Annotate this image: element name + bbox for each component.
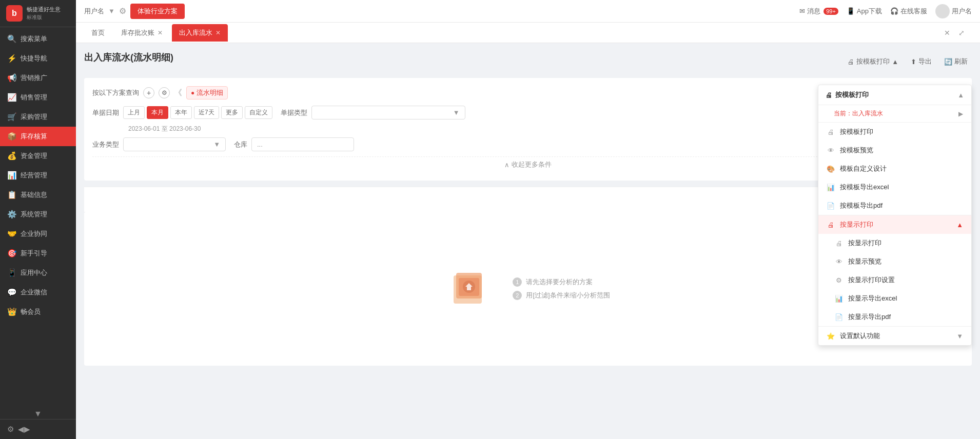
dd-template-excel-label: 按模板导出excel — [840, 183, 889, 192]
online-service-label: 在线客服 — [900, 7, 927, 16]
topbar-right: ✉ 消息 99+ 📱 App下载 🎧 在线客服 用户名 — [799, 4, 972, 18]
dd-template-print[interactable]: 🖨按模板打印 — [818, 123, 971, 141]
display-username: 用户名 — [952, 7, 972, 16]
sidebar-item-wechat[interactable]: 💬企业微信 — [0, 283, 76, 302]
dd-display-print-sub-icon: 🖨 — [835, 239, 843, 247]
app-download-btn[interactable]: 📱 App下载 — [847, 7, 882, 16]
dd-set-default-item[interactable]: ⭐设置默认功能▼ — [827, 331, 963, 341]
dd-display-print-header[interactable]: 🖨 按显示打印 ▲ — [818, 215, 971, 234]
dd-display-settings[interactable]: ⚙按显示打印设置 — [818, 271, 971, 289]
tab-flow-close[interactable]: ✕ — [215, 29, 221, 36]
empty-tips: 1 请先选择要分析的方案 2 用[过滤]条件来缩小分析范围 — [513, 277, 610, 300]
collab-icon: 🤝 — [7, 229, 16, 238]
app-center-icon: 📱 — [7, 268, 16, 277]
dd-template-excel[interactable]: 📊按模板导出excel — [818, 178, 971, 196]
refresh-btn[interactable]: 🔄 刷新 — [940, 55, 972, 68]
print-dropdown-arrow: ▲ — [892, 58, 898, 66]
dd-display-preview-icon: 👁 — [835, 257, 843, 266]
filter-warehouse-select[interactable]: ... — [251, 137, 354, 151]
date-btn-this-month[interactable]: 本月 — [147, 106, 168, 119]
sidebar-label-collab: 企业协同 — [21, 229, 47, 238]
tab-flow[interactable]: 出入库流水 ✕ — [172, 24, 228, 42]
display-print-section: 🖨 按显示打印 ▲ 🖨按显示打印 👁按显示预览 ⚙按显示打印设置 📊按显示导出e… — [818, 215, 971, 327]
app-version: 标准版 — [27, 14, 61, 21]
topbar-gear-icon[interactable]: ⚙ — [119, 6, 126, 16]
dd-display-preview-label: 按显示预览 — [848, 257, 881, 266]
sidebar-item-member[interactable]: 👑畅会员 — [0, 302, 76, 322]
message-label: 消息 — [807, 7, 820, 16]
sidebar-item-finance[interactable]: 💰资金管理 — [0, 146, 76, 166]
date-btn-more[interactable]: 更多 — [221, 106, 243, 119]
date-btn-this-year[interactable]: 本年 — [170, 106, 192, 119]
main-area: 用户名 ▼ ⚙ 体验行业方案 ✉ 消息 99+ 📱 App下载 🎧 在线客服 用… — [76, 0, 980, 439]
sidebar-item-marketing[interactable]: 📢营销推广 — [0, 68, 76, 88]
marketing-icon: 📢 — [7, 73, 16, 83]
refresh-icon: 🔄 — [944, 58, 952, 66]
dd-display-excel[interactable]: 📊按显示导出excel — [818, 289, 971, 308]
dd-display-pdf[interactable]: 📄按显示导出pdf — [818, 308, 971, 326]
dd-display-section-arrow: ▲ — [956, 221, 963, 229]
filter-business-label: 业务类型 — [92, 140, 119, 149]
sidebar-item-basic[interactable]: 📋基础信息 — [0, 185, 76, 205]
sidebar-item-sales[interactable]: 📈销售管理 — [0, 88, 76, 107]
topbar-username: 用户名 — [84, 7, 104, 16]
filter-business-select[interactable]: ▼ — [123, 137, 226, 151]
date-btn-custom[interactable]: 自定义 — [245, 106, 272, 119]
sidebar-label-wechat: 企业微信 — [21, 288, 47, 297]
print-dropdown-panel: 🖨 按模板打印 ▲ 当前：出入库流水 ▶ 🖨按模板打印 👁按模板预览 🎨模板自定… — [818, 85, 972, 346]
sidebar-bottom: ⚙ ◀▶ — [0, 419, 76, 439]
message-badge: 99+ — [824, 8, 838, 15]
topbar-dropdown-arrow[interactable]: ▼ — [108, 7, 115, 15]
dd-template-pdf[interactable]: 📄按模板导出pdf — [818, 196, 971, 215]
sidebar-item-purchase[interactable]: 🛒采购管理 — [0, 107, 76, 127]
window-close-btn[interactable]: ✕ — [941, 27, 953, 39]
dd-set-default[interactable]: ⭐设置默认功能▼ — [818, 327, 971, 345]
sales-icon: 📈 — [7, 93, 16, 102]
filter-type-item: 单据类型 ▼ — [281, 106, 465, 119]
online-service-btn[interactable]: 🎧 在线客服 — [890, 7, 927, 16]
sidebar-item-app-center[interactable]: 📱应用中心 — [0, 263, 76, 283]
sidebar-item-collab[interactable]: 🤝企业协同 — [0, 224, 76, 244]
settings-icon[interactable]: ⚙ — [7, 425, 14, 434]
sidebar-item-operations[interactable]: 📊经营管理 — [0, 166, 76, 185]
sidebar-scroll-down[interactable]: ▼ — [0, 409, 76, 419]
dd-template-custom[interactable]: 🎨模板自定义设计 — [818, 159, 971, 178]
message-btn[interactable]: ✉ 消息 99+ — [799, 7, 838, 16]
filter-type-select[interactable]: ▼ — [311, 106, 465, 119]
export-btn[interactable]: ⬆ 导出 — [907, 55, 936, 68]
dd-template-preview[interactable]: 👁按模板预览 — [818, 141, 971, 159]
filter-settings-btn[interactable]: ⚙ — [159, 87, 170, 98]
sidebar-label-member: 畅会员 — [21, 307, 41, 316]
dropdown-expand-arrow[interactable]: ▲ — [957, 91, 964, 99]
system-icon: ⚙️ — [7, 210, 16, 219]
dd-display-pdf-icon: 📄 — [835, 313, 843, 321]
date-btn-7days[interactable]: 近7天 — [194, 106, 219, 119]
dd-print-icon: 🖨 — [827, 128, 835, 136]
filter-tag-liushui[interactable]: ● 流水明细 — [186, 86, 228, 99]
warehouse-placeholder: ... — [257, 141, 263, 148]
sidebar-item-guide[interactable]: 🎯新手引导 — [0, 244, 76, 263]
industry-btn[interactable]: 体验行业方案 — [130, 4, 185, 19]
sidebar-nav: 🔍搜索菜单⚡快捷导航📢营销推广📈销售管理🛒采购管理📦库存核算💰资金管理📊经营管理… — [0, 27, 76, 409]
dd-display-print[interactable]: 🖨按显示打印 — [818, 234, 971, 252]
sidebar-item-system[interactable]: ⚙️系统管理 — [0, 205, 76, 224]
sidebar-item-search[interactable]: 🔍搜索菜单 — [0, 29, 76, 49]
tab-home[interactable]: 首页 — [84, 24, 112, 42]
filter-type-label: 单据类型 — [281, 108, 307, 117]
tab-batch-account-close[interactable]: ✕ — [158, 29, 163, 36]
date-btn-last-month[interactable]: 上月 — [123, 106, 145, 119]
sidebar-item-quick-nav[interactable]: ⚡快捷导航 — [0, 49, 76, 68]
print-template-btn[interactable]: 🖨 按模板打印 ▲ — [844, 55, 903, 68]
tab-batch-account[interactable]: 库存批次账 ✕ — [114, 24, 170, 42]
sidebar-label-system: 系统管理 — [21, 210, 47, 219]
sidebar-item-inventory[interactable]: 📦库存核算 — [0, 127, 76, 146]
collapse-icon[interactable]: ◀▶ — [18, 425, 30, 434]
filter-label: 按以下方案查询 — [92, 88, 139, 97]
dd-display-preview[interactable]: 👁按显示预览 — [818, 252, 971, 271]
sidebar-label-purchase: 采购管理 — [21, 112, 47, 122]
user-avatar-area[interactable]: 用户名 — [935, 4, 972, 18]
window-maximize-btn[interactable]: ⤢ — [955, 27, 968, 39]
headset-icon: 🎧 — [890, 7, 898, 15]
filter-collapse-btn[interactable]: 《 — [174, 88, 182, 98]
filter-add-btn[interactable]: + — [143, 87, 154, 98]
